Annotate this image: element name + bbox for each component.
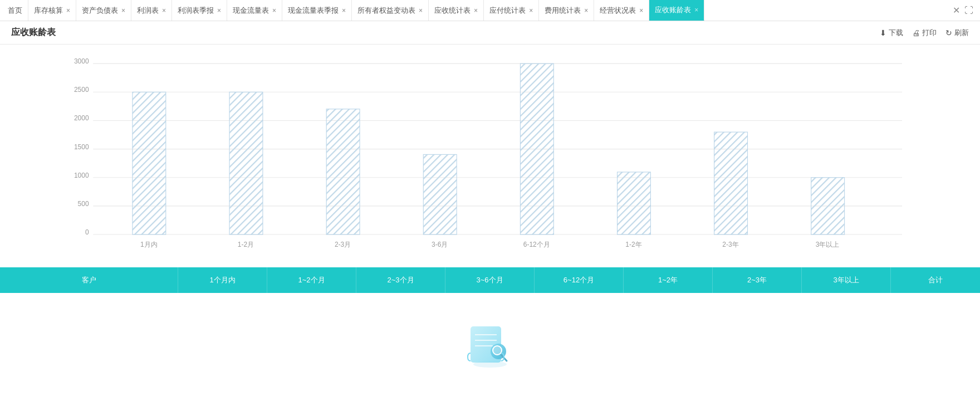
svg-text:2-3年: 2-3年 bbox=[722, 241, 738, 248]
svg-rect-22 bbox=[811, 178, 845, 234]
svg-text:1500: 1500 bbox=[74, 143, 89, 151]
bar-chart: 0 500 1000 1500 2000 2500 3000 bbox=[22, 56, 958, 262]
tab-inventory[interactable]: 库存核算 × bbox=[28, 0, 76, 21]
window-close-button[interactable]: ✕ bbox=[953, 5, 960, 16]
download-button[interactable]: ⬇ 下载 bbox=[880, 28, 903, 38]
svg-text:1-2年: 1-2年 bbox=[625, 241, 641, 248]
col-header-2-3year: 2~3年 bbox=[713, 267, 802, 293]
svg-text:3000: 3000 bbox=[74, 57, 89, 65]
header-actions: ⬇ 下载 🖨 打印 ↻ 刷新 bbox=[880, 28, 969, 38]
svg-text:1月内: 1月内 bbox=[140, 241, 158, 248]
svg-text:500: 500 bbox=[78, 200, 89, 208]
refresh-icon: ↻ bbox=[945, 28, 952, 37]
page-header: 应收账龄表 ⬇ 下载 🖨 打印 ↻ 刷新 bbox=[0, 21, 980, 45]
svg-text:2000: 2000 bbox=[74, 114, 89, 122]
tab-close-balance[interactable]: × bbox=[121, 7, 125, 14]
tab-close-receivable-stat[interactable]: × bbox=[474, 7, 478, 14]
svg-text:3年以上: 3年以上 bbox=[816, 241, 840, 248]
col-header-3year-plus: 3年以上 bbox=[802, 267, 891, 293]
tab-close-aging[interactable]: × bbox=[694, 6, 698, 14]
col-header-total: 合计 bbox=[891, 267, 980, 293]
svg-rect-17 bbox=[326, 109, 360, 234]
tab-close-operation[interactable]: × bbox=[639, 7, 643, 14]
svg-rect-16 bbox=[229, 92, 263, 234]
tab-close-expense-stat[interactable]: × bbox=[584, 7, 588, 14]
print-icon: 🖨 bbox=[912, 28, 920, 37]
tab-home[interactable]: 首页 bbox=[2, 0, 28, 21]
empty-state bbox=[0, 293, 980, 401]
tab-balance[interactable]: 资产负债表 × bbox=[76, 0, 131, 21]
tab-profit-quarterly[interactable]: 利润表季报 × bbox=[172, 0, 227, 21]
svg-text:1-2月: 1-2月 bbox=[238, 241, 254, 248]
svg-rect-18 bbox=[423, 154, 457, 234]
main-content: 0 500 1000 1500 2000 2500 3000 bbox=[0, 45, 980, 401]
col-header-1month: 1个月内 bbox=[178, 267, 267, 293]
table-header: 客户 1个月内 1~2个月 2~3个月 3~6个月 6~12个月 1~2年 2~… bbox=[0, 267, 980, 293]
window-maximize-button[interactable]: ⛶ bbox=[964, 6, 973, 16]
tab-cashflow[interactable]: 现金流量表 × bbox=[227, 0, 282, 21]
page-title: 应收账龄表 bbox=[11, 27, 56, 38]
svg-text:6-12个月: 6-12个月 bbox=[523, 241, 550, 248]
tab-close-cashflow[interactable]: × bbox=[272, 7, 276, 14]
svg-text:2-3月: 2-3月 bbox=[335, 241, 351, 248]
tab-aging[interactable]: 应收账龄表 × bbox=[649, 0, 704, 21]
svg-rect-15 bbox=[133, 92, 166, 234]
refresh-button[interactable]: ↻ 刷新 bbox=[945, 28, 969, 38]
col-header-1-2year: 1~2年 bbox=[624, 267, 713, 293]
tab-bar: 首页 库存核算 × 资产负债表 × 利润表 × 利润表季报 × 现金流量表 × … bbox=[0, 0, 980, 21]
empty-state-icon bbox=[457, 315, 523, 371]
svg-rect-20 bbox=[618, 172, 651, 234]
tab-close-equity[interactable]: × bbox=[419, 7, 423, 14]
col-header-2-3month: 2~3个月 bbox=[356, 267, 445, 293]
tab-cashflow-quarterly[interactable]: 现金流量表季报 × bbox=[282, 0, 352, 21]
svg-text:2500: 2500 bbox=[74, 86, 89, 94]
col-header-6-12month: 6~12个月 bbox=[535, 267, 624, 293]
tab-close-payable-stat[interactable]: × bbox=[529, 7, 533, 14]
tab-equity[interactable]: 所有者权益变动表 × bbox=[352, 0, 429, 21]
svg-text:0: 0 bbox=[85, 228, 89, 236]
svg-text:3-6月: 3-6月 bbox=[432, 241, 448, 248]
col-header-3-6month: 3~6个月 bbox=[445, 267, 535, 293]
tab-close-profit-quarterly[interactable]: × bbox=[217, 7, 221, 14]
print-button[interactable]: 🖨 打印 bbox=[912, 28, 937, 38]
col-header-customer: 客户 bbox=[0, 267, 178, 293]
tab-profit[interactable]: 利润表 × bbox=[131, 0, 172, 21]
tab-close-cashflow-quarterly[interactable]: × bbox=[342, 7, 346, 14]
tab-bar-actions: ✕ ⛶ bbox=[953, 5, 978, 16]
svg-rect-21 bbox=[714, 132, 748, 234]
tab-close-inventory[interactable]: × bbox=[66, 7, 70, 14]
svg-rect-19 bbox=[520, 63, 553, 234]
svg-text:1000: 1000 bbox=[74, 172, 89, 179]
chart-area: 0 500 1000 1500 2000 2500 3000 bbox=[0, 45, 980, 267]
tab-operation[interactable]: 经营状况表 × bbox=[594, 0, 649, 21]
col-header-1-2month: 1~2个月 bbox=[267, 267, 356, 293]
tab-payable-stat[interactable]: 应付统计表 × bbox=[484, 0, 539, 21]
tab-expense-stat[interactable]: 费用统计表 × bbox=[539, 0, 594, 21]
tab-close-profit[interactable]: × bbox=[162, 7, 166, 14]
download-icon: ⬇ bbox=[880, 28, 886, 37]
tab-receivable-stat[interactable]: 应收统计表 × bbox=[429, 0, 484, 21]
